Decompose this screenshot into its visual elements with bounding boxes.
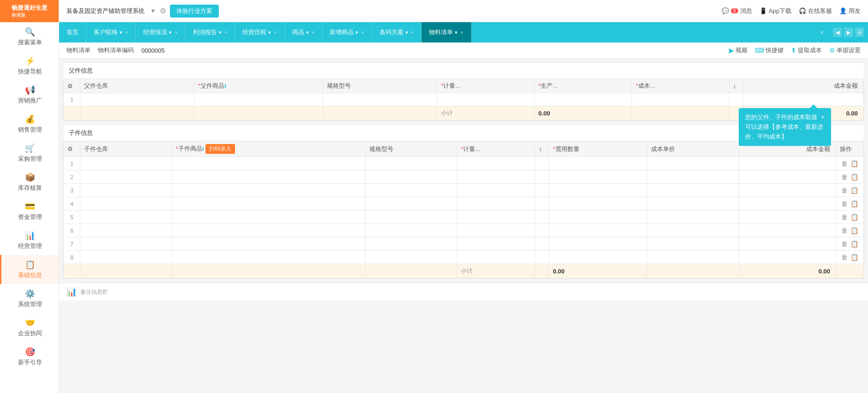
delete-icon[interactable]: 🗑 (841, 173, 848, 181)
child-row-6-product[interactable] (172, 224, 365, 237)
child-row-1-spec[interactable] (365, 157, 457, 170)
child-row-7-quantity[interactable] (549, 237, 647, 251)
child-row-2-unit[interactable] (457, 170, 535, 184)
sidebar-item-cooperation[interactable]: 🤝 企业协同 (0, 313, 59, 342)
child-row-4-unit[interactable] (457, 197, 535, 211)
child-row-4-spec[interactable] (365, 197, 457, 211)
copy-icon[interactable]: 📋 (850, 173, 858, 181)
parent-row-1-spec[interactable] (323, 93, 437, 106)
sidebar-item-basic-info[interactable]: 📋 基础信息 (0, 255, 59, 284)
tab-business-history-close[interactable]: × (274, 30, 277, 35)
child-row-1-warehouse[interactable] (80, 157, 172, 170)
child-row-5-unit-cost[interactable] (647, 211, 739, 224)
tab-menu-button[interactable]: ☰ (855, 28, 864, 37)
child-row-3-unit-cost[interactable] (647, 184, 739, 197)
sidebar-item-inventory[interactable]: 📦 库存核算 (0, 168, 59, 197)
parent-row-1-product[interactable] (194, 93, 323, 106)
child-row-8-product[interactable] (172, 251, 365, 264)
child-row-7-spec[interactable] (365, 237, 457, 251)
child-col-settings[interactable]: ⚙ (64, 141, 80, 157)
parent-row-1-cost[interactable] (632, 93, 729, 106)
child-row-3-product[interactable] (172, 184, 365, 197)
copy-icon[interactable]: 📋 (850, 200, 858, 207)
delete-icon[interactable]: 🗑 (841, 227, 848, 234)
child-row-5-quantity[interactable] (549, 211, 647, 224)
parent-row-1-unit[interactable] (437, 93, 535, 106)
parent-row-1-warehouse[interactable] (80, 93, 194, 106)
delete-icon[interactable]: 🗑 (841, 240, 848, 248)
child-row-7-unit-cost[interactable] (647, 237, 739, 251)
tab-profit-report-close[interactable]: × (224, 30, 227, 35)
child-row-4-warehouse[interactable] (80, 197, 172, 211)
tab-next-button[interactable]: ▶ (844, 28, 853, 37)
copy-icon[interactable]: 📋 (850, 240, 858, 248)
copy-icon[interactable]: 📋 (850, 254, 858, 261)
copy-icon[interactable]: 📋 (850, 227, 858, 234)
tab-customer-close[interactable]: × (125, 30, 128, 35)
tab-add-product[interactable]: 新增商品 ▾ × (322, 22, 372, 42)
app-download-action[interactable]: 📱 App下载 (760, 7, 791, 15)
extract-cost-action[interactable]: ⬆ 提取成本 (791, 46, 822, 54)
tooltip-close-button[interactable]: × (821, 113, 825, 122)
child-row-6-unit[interactable] (457, 224, 535, 237)
child-row-7-warehouse[interactable] (80, 237, 172, 251)
child-row-4-quantity[interactable] (549, 197, 647, 211)
delete-icon[interactable]: 🗑 (841, 200, 848, 207)
system-dropdown-arrow[interactable]: ▼ (150, 7, 156, 14)
view-action[interactable]: ▶ 视频 (729, 46, 747, 54)
sidebar-item-system[interactable]: ⚙️ 系统管理 (0, 284, 59, 313)
delete-icon[interactable]: 🗑 (841, 187, 848, 194)
child-row-3-spec[interactable] (365, 184, 457, 197)
child-row-2-unit-cost[interactable] (647, 170, 739, 184)
trial-button[interactable]: 体验行业方案 (170, 5, 219, 18)
sidebar-item-operation[interactable]: 📊 经营管理 (0, 226, 59, 255)
delete-icon[interactable]: 🗑 (841, 254, 848, 261)
child-row-7-unit[interactable] (457, 237, 535, 251)
gear-icon[interactable]: ⚙ (160, 6, 166, 15)
parent-row-1-production[interactable] (535, 93, 632, 106)
child-row-1-unit[interactable] (457, 157, 535, 170)
tab-barcode-close[interactable]: × (411, 30, 414, 35)
sidebar-item-guide[interactable]: 🎯 新手引导 (0, 342, 59, 371)
child-row-6-spec[interactable] (365, 224, 457, 237)
tab-home[interactable]: 首页 (59, 22, 86, 42)
tab-prev-button[interactable]: ◀ (833, 28, 842, 37)
sidebar-item-sales[interactable]: 💰 销售管理 (0, 109, 59, 139)
online-service-action[interactable]: 🎧 在线客服 (799, 7, 832, 15)
child-row-2-warehouse[interactable] (80, 170, 172, 184)
child-row-6-quantity[interactable] (549, 224, 647, 237)
tab-profit-report[interactable]: 利润报告 ▾ × (186, 22, 235, 42)
tab-customer[interactable]: 客户联络 ▾ × (86, 22, 136, 42)
single-settings-action[interactable]: ⚙ 单据设置 (829, 46, 861, 54)
sidebar-item-purchase[interactable]: 🛒 采购管理 (0, 139, 59, 168)
child-row-6-unit-cost[interactable] (647, 224, 739, 237)
child-row-5-spec[interactable] (365, 211, 457, 224)
delete-icon[interactable]: 🗑 (841, 213, 848, 221)
child-row-1-unit-cost[interactable] (647, 157, 739, 170)
child-row-2-product[interactable] (172, 170, 365, 184)
child-row-1-product[interactable] (172, 157, 365, 170)
child-row-8-unit[interactable] (457, 251, 535, 264)
tab-products-close[interactable]: × (312, 30, 314, 35)
child-row-8-unit-cost[interactable] (647, 251, 739, 264)
scan-button[interactable]: 扫码录入 (205, 144, 235, 154)
child-row-4-unit-cost[interactable] (647, 197, 739, 211)
parent-col-settings[interactable]: ⚙ (64, 79, 80, 93)
sidebar-item-marketing[interactable]: 📢 营销推广 (0, 80, 59, 109)
child-row-4-product[interactable] (172, 197, 365, 211)
tab-products[interactable]: 商品 ▾ × (285, 22, 322, 42)
child-row-3-unit[interactable] (457, 184, 535, 197)
sidebar-item-finance[interactable]: 💳 资金管理 (0, 197, 59, 226)
child-row-8-quantity[interactable] (549, 251, 647, 264)
child-row-5-unit[interactable] (457, 211, 535, 224)
child-row-1-quantity[interactable] (549, 157, 647, 170)
tab-business-history[interactable]: 经营历程 ▾ × (235, 22, 284, 42)
tab-bom-close[interactable]: × (460, 30, 463, 35)
sidebar-item-quick-nav[interactable]: ⚡ 快捷导航 (0, 51, 59, 80)
tab-operation-status[interactable]: 经营情况 ▾ × (136, 22, 185, 42)
child-row-2-quantity[interactable] (549, 170, 647, 184)
child-row-5-product[interactable] (172, 211, 365, 224)
copy-icon[interactable]: 📋 (850, 160, 858, 167)
child-row-6-warehouse[interactable] (80, 224, 172, 237)
child-row-3-quantity[interactable] (549, 184, 647, 197)
